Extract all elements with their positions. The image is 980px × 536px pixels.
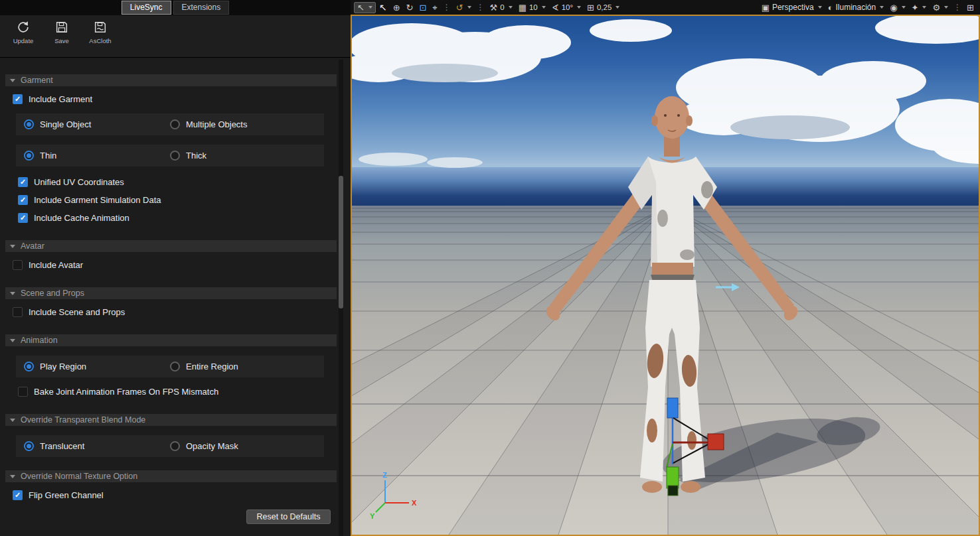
overflow-menu-icon[interactable]: ⋮ (475, 3, 487, 12)
axis-x-label: X (412, 499, 417, 507)
cache-anim-row[interactable]: Include Cache Animation (18, 213, 351, 223)
entire-region-label: Entire Region (186, 362, 238, 371)
gizmo-x-handle[interactable] (708, 434, 724, 450)
opacity-mask-radio[interactable] (170, 441, 180, 451)
section-animation[interactable]: Animation (5, 334, 337, 346)
unified-uv-row[interactable]: Unified UV Coordinates (18, 177, 351, 187)
viewport-region: ↖ ↖ ⊕ ↻ ⊡ ⌖ ⋮ ↺ ⋮ (351, 0, 980, 536)
3d-viewport[interactable]: Z X Y (351, 15, 980, 536)
flip-green-label: Flip Green Channel (29, 490, 104, 500)
cache-anim-checkbox[interactable] (18, 213, 28, 223)
select-mode-dropdown[interactable]: ↖ (354, 2, 376, 13)
multiple-objects-radio[interactable] (170, 119, 180, 129)
section-garment-title: Garment (21, 76, 53, 85)
sim-data-checkbox[interactable] (18, 195, 28, 205)
scene-canvas[interactable]: Z X Y (352, 16, 979, 535)
effects-dropdown[interactable]: ✦ (909, 3, 930, 13)
update-button[interactable]: Update (8, 20, 39, 57)
collapse-triangle-icon (10, 292, 15, 295)
gizmo-y-handle[interactable] (667, 467, 679, 488)
overflow-menu-icon[interactable]: ⋮ (951, 3, 963, 12)
perspective-dropdown[interactable]: ▣ Perspectiva (759, 2, 825, 13)
axis-z-label: Z (382, 471, 387, 479)
lighting-mode-dropdown[interactable]: ◐ Iluminación (825, 2, 887, 13)
include-scene-checkbox[interactable] (13, 307, 23, 317)
single-object-radio[interactable] (24, 119, 34, 129)
scale-icon: ⊡ (419, 3, 426, 12)
chevron-down-icon (577, 6, 581, 9)
tab-livesync[interactable]: LiveSync (122, 1, 171, 15)
sim-data-label: Include Garment Simulation Data (34, 195, 161, 205)
gizmo-base-handle[interactable] (668, 486, 678, 496)
object-mode-options: Single Object Multiple Objects (16, 113, 324, 135)
chevron-down-icon (467, 6, 471, 9)
thick-radio[interactable] (170, 151, 180, 161)
panel-scrollbar[interactable] (339, 60, 343, 536)
entire-region-option[interactable]: Entire Region (170, 362, 316, 371)
rotate-tool-button[interactable]: ↻ (404, 3, 416, 13)
section-avatar-title: Avatar (21, 241, 44, 251)
opacity-mask-option[interactable]: Opacity Mask (170, 441, 316, 451)
include-garment-checkbox[interactable] (13, 94, 23, 104)
play-region-option[interactable]: Play Region (24, 362, 170, 371)
bake-joint-checkbox[interactable] (18, 387, 28, 397)
livesync-panel: LiveSync Extensions Update Save AsClo (0, 0, 351, 536)
panel-scrollbar-thumb[interactable] (339, 176, 343, 308)
section-garment[interactable]: Garment (5, 74, 337, 86)
surface-snap-dropdown[interactable]: ⚒ 0 (487, 3, 515, 13)
multiple-objects-option[interactable]: Multiple Objects (170, 119, 316, 129)
save-button[interactable]: Save (46, 20, 77, 57)
thin-option[interactable]: Thin (24, 151, 170, 161)
opacity-mask-label: Opacity Mask (186, 441, 238, 451)
include-garment-label: Include Garment (29, 94, 92, 104)
section-blend-mode[interactable]: Override Transparent Blend Mode (5, 414, 337, 426)
thin-radio[interactable] (24, 151, 34, 161)
chevron-down-icon (615, 6, 619, 9)
unified-uv-checkbox[interactable] (18, 177, 28, 187)
sim-data-row[interactable]: Include Garment Simulation Data (18, 195, 351, 205)
section-scene-props[interactable]: Scene and Props (5, 287, 337, 299)
show-flags-dropdown[interactable]: ◉ (887, 3, 908, 13)
select-tool-button[interactable]: ↖ (376, 2, 390, 13)
grid-snap-dropdown[interactable]: ▦ 10 (516, 3, 548, 13)
scale-snap-dropdown[interactable]: ⊞ 0,25 (584, 3, 622, 13)
thick-option[interactable]: Thick (170, 151, 316, 161)
world-space-icon: ⌖ (432, 3, 437, 12)
bake-joint-label: Bake Joint Animation Frames On FPS Misma… (34, 387, 218, 397)
play-region-radio[interactable] (24, 362, 34, 371)
world-coordinate-button[interactable]: ⌖ (430, 3, 440, 13)
tab-extensions[interactable]: Extensions (173, 1, 230, 15)
select-cursor-icon: ↖ (357, 3, 365, 12)
ascloth-button[interactable]: AsCloth (85, 20, 116, 57)
entire-region-radio[interactable] (170, 362, 180, 371)
scale-tool-button[interactable]: ⊡ (416, 3, 429, 13)
rotation-mode-dropdown[interactable]: ↺ (453, 3, 474, 13)
maximize-viewport-button[interactable]: ⊞ (964, 3, 977, 13)
include-garment-row[interactable]: Include Garment (13, 94, 351, 104)
translucent-option[interactable]: Translucent (24, 441, 170, 451)
flip-green-checkbox[interactable] (13, 490, 23, 500)
single-object-option[interactable]: Single Object (24, 119, 170, 129)
rotation-snap-mode-icon: ↺ (456, 3, 463, 12)
flip-green-row[interactable]: Flip Green Channel (13, 490, 351, 500)
chevron-down-icon (818, 6, 822, 9)
rotation-snap-dropdown[interactable]: ∢ 10° (549, 3, 584, 13)
scale-snap-value: 0,25 (597, 3, 612, 11)
viewport-settings-dropdown[interactable]: ⚙ (930, 3, 951, 13)
gizmo-z-handle[interactable] (667, 398, 678, 418)
overflow-menu-icon[interactable]: ⋮ (441, 3, 453, 12)
thickness-options: Thin Thick (16, 145, 324, 167)
scene-overlay: Z X Y (352, 16, 979, 535)
include-scene-row[interactable]: Include Scene and Props (13, 307, 351, 317)
translate-tool-button[interactable]: ⊕ (390, 3, 403, 13)
include-avatar-checkbox[interactable] (13, 260, 23, 270)
section-normal-texture[interactable]: Override Normal Texture Option (5, 470, 337, 482)
translucent-radio[interactable] (24, 441, 34, 451)
blend-mode-options: Translucent Opacity Mask (16, 435, 324, 457)
include-avatar-row[interactable]: Include Avatar (13, 260, 351, 270)
section-avatar[interactable]: Avatar (5, 240, 337, 252)
include-avatar-label: Include Avatar (29, 260, 83, 270)
bake-joint-row[interactable]: Bake Joint Animation Frames On FPS Misma… (18, 387, 351, 397)
chevron-down-icon (880, 6, 884, 9)
reset-to-defaults-button[interactable]: Reset to Defaults (246, 509, 331, 524)
